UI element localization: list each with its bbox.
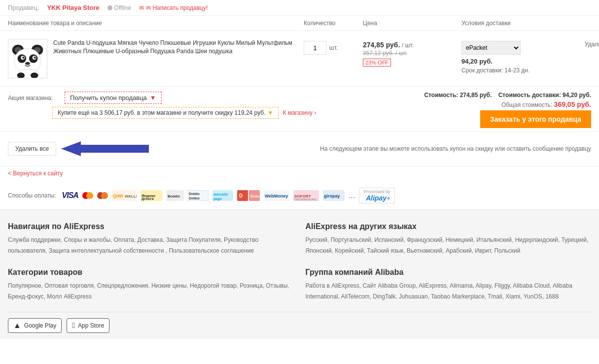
maestro-icon <box>97 190 108 201</box>
svg-point-9 <box>22 57 24 59</box>
footer-categories-title: Категории товаров <box>8 268 294 277</box>
total-line: Общая стоимость: 369,05 руб. <box>501 100 591 108</box>
column-headers: Наименование товара и описание Количеств… <box>0 16 599 31</box>
cost-line: Стоимость: 274,85 руб. Стоимость доставк… <box>424 92 591 99</box>
price-main: 274,85 руб. <box>363 41 400 49</box>
payment-icons: VISA QIWI WALLET Яндекс Деньги <box>62 188 395 203</box>
qiwi-icon: QIWI WALLET <box>112 190 137 201</box>
total-label: Общая стоимость: <box>501 101 552 108</box>
col-quantity: Количество <box>304 20 363 27</box>
write-seller-label: ✉ Написать продавцу! <box>146 4 208 11</box>
app-store-label: App Store <box>78 322 104 329</box>
footer-languages-title: AliExpress на других языках <box>306 222 592 231</box>
delete-button[interactable]: Удалить <box>585 39 599 48</box>
google-play-button[interactable]: ▲ Google Play <box>8 318 62 333</box>
footer-nav-section: Навигация по AliExpress Служба поддержки… <box>8 222 294 256</box>
alipay-processed-label: Processed by <box>363 189 390 194</box>
discount-label: Купите ещё на 3 506,17 руб. в этом магаз… <box>58 109 265 116</box>
bottom-actions: Удалить все На следующем этапе вы можете… <box>0 132 599 166</box>
apple-icon:  <box>72 321 75 330</box>
payment-label: Способы оплаты: <box>8 192 56 199</box>
svg-point-10 <box>34 57 36 59</box>
android-icon: ▲ <box>13 321 21 330</box>
mastercard-icon <box>82 190 93 201</box>
svg-text:Деньги: Деньги <box>141 197 154 201</box>
arrow-svg <box>61 136 150 161</box>
footer-alibaba-links: Работа в AliExpress, Сайт Alibaba Group,… <box>306 281 592 302</box>
giropay-icon: giropay <box>323 190 345 201</box>
product-title: Cute Panda U-подушка Мягкая Чучело Плюше… <box>53 39 304 56</box>
svg-text:Doku: Doku <box>250 194 260 199</box>
google-play-label: Google Play <box>24 322 56 329</box>
price-area: 274,85 руб. / шт. 357,12 руб. / шт. 23% … <box>363 39 461 66</box>
promo-label: Акция магазина: <box>8 95 53 101</box>
yandex-money-icon: Яндекс Деньги <box>141 190 162 201</box>
footer: Навигация по AliExpress Служба поддержки… <box>0 210 599 339</box>
delivery-days: Срок доставки: 14-23 дн. <box>461 67 585 74</box>
footer-alibaba-title: Группа компаний Alibaba <box>306 268 592 277</box>
delivery-area: ePacket Standard Express 94,20 руб. Срок… <box>461 39 585 74</box>
coupon-label: Получить купон продавца <box>70 94 147 101</box>
col-actions <box>585 20 599 27</box>
quantity-unit: шт. <box>329 44 338 51</box>
boleto-icon: Boleto <box>166 190 184 201</box>
svg-text:giropay: giropay <box>324 194 340 199</box>
delivery-select[interactable]: ePacket Standard Express <box>461 41 521 55</box>
back-link[interactable]: < Вернуться к сайту <box>8 170 63 177</box>
discount-arrow-icon: ▼ <box>267 109 273 116</box>
svg-text:Boleto: Boleto <box>168 194 180 199</box>
footer-nav-title: Навигация по AliExpress <box>8 222 294 231</box>
arrow-indicator <box>61 136 150 161</box>
quantity-area: шт. <box>304 39 363 55</box>
debito-online-icon: Debito Online <box>188 190 209 201</box>
delivery-price: 94,20 руб. <box>461 58 585 65</box>
product-info: Cute Panda U-подушка Мягкая Чучело Плюше… <box>8 39 304 78</box>
col-delivery: Условия доставки <box>461 20 585 27</box>
next-step-note: На следующем этапе вы можете использоват… <box>320 145 591 152</box>
more-payment-icon[interactable]: ... <box>349 191 355 200</box>
sofort-icon: SOFORT ÜBERWEISUNG <box>293 190 319 201</box>
doku-icon: D Doku <box>237 190 260 201</box>
col-product: Наименование товара и описание <box>8 20 304 27</box>
svg-text:mercado: mercado <box>213 193 228 196</box>
cost-label: Стоимость: <box>424 92 458 99</box>
write-seller-link[interactable]: ✉ ✉ Написать продавцу! <box>139 4 208 11</box>
col-price: Цена <box>363 20 461 27</box>
mercado-pago-icon: mercado pago <box>212 190 233 201</box>
svg-text:QIWI: QIWI <box>113 194 123 199</box>
seller-name: YKK Pitaya Store <box>47 4 99 11</box>
coupon-arrow-icon: ▼ <box>150 94 156 101</box>
offline-icon <box>107 5 112 10</box>
back-to-site: < Вернуться к сайту <box>0 166 599 182</box>
to-store-link[interactable]: К магазину › <box>282 109 316 116</box>
price-per: / шт. <box>402 42 414 49</box>
discount-button[interactable]: Купите ещё на 3 506,17 руб. в этом магаз… <box>52 107 279 119</box>
footer-nav-links: Служба поддержки, Споры и жалобы, Оплата… <box>8 235 294 256</box>
coupon-button[interactable]: Получить купон продавца ▼ <box>65 92 162 104</box>
svg-text:pago: pago <box>213 197 222 201</box>
svg-text:Debito: Debito <box>189 192 200 196</box>
shipping-label: Стоимость доставки: <box>498 92 561 99</box>
svg-text:D: D <box>239 193 243 199</box>
total-value: 369,05 руб. <box>554 100 591 108</box>
panda-image <box>8 39 47 78</box>
cost-value: 274,85 руб. <box>460 92 492 99</box>
offline-badge: Offline <box>107 4 131 11</box>
delete-all-button[interactable]: Удалить все <box>8 142 56 156</box>
svg-text:WebMoney: WebMoney <box>265 194 288 199</box>
alipay-logo: Alipay+ <box>366 194 390 202</box>
footer-languages-section: AliExpress на других языках Русский, Пор… <box>306 222 592 256</box>
svg-rect-16 <box>80 145 149 153</box>
footer-alibaba-section: Группа компаний Alibaba Работа в AliExpr… <box>306 268 592 302</box>
email-icon: ✉ <box>139 4 144 11</box>
footer-categories-links: Популярное, Оптовая торговля, Спецпредло… <box>8 281 294 302</box>
visa-icon: VISA <box>62 190 78 201</box>
shipping-value: 94,20 руб. <box>563 92 591 99</box>
svg-point-11 <box>25 62 30 65</box>
svg-marker-15 <box>61 141 81 156</box>
quantity-input[interactable] <box>304 41 326 55</box>
seller-label: Продавец: <box>8 4 39 11</box>
app-store-button[interactable]:  App Store <box>67 318 109 333</box>
order-button[interactable]: Заказать у этого продавца <box>480 110 591 128</box>
cart-item-row: Cute Panda U-подушка Мягкая Чучело Плюше… <box>0 31 599 87</box>
